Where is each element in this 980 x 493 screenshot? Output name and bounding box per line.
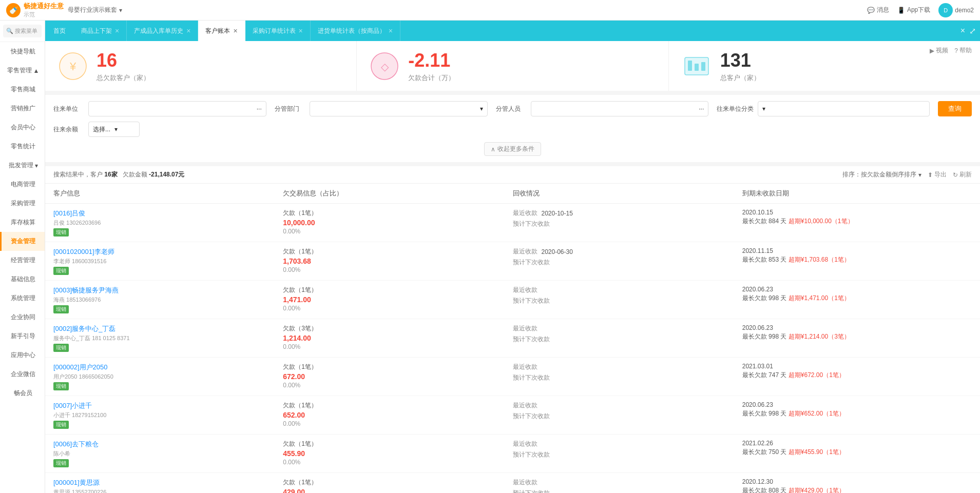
tab-close-icon[interactable]: × [115,27,119,34]
top-bar-right: 💬 消息 📱 App下载 D demo2 [867,3,974,17]
sort-chevron: ▾ [918,171,921,179]
manager-input[interactable]: ··· [531,101,709,116]
balance-label: 往来余额 [53,125,84,134]
sidebar-item-retail-mall[interactable]: 零售商城 [0,80,45,99]
sidebar-item-marketing[interactable]: 营销推广 [0,99,45,118]
refresh-button[interactable]: ↻ 刷新 [953,170,972,179]
export-button[interactable]: ⬆ 导出 [928,170,947,179]
close-all-tabs-button[interactable]: × [960,26,965,35]
sidebar-item-quick-nav[interactable]: 快捷导航 [0,42,45,61]
sidebar-search[interactable]: 🔍 搜索菜单 [0,21,45,42]
search-button[interactable]: 查询 [938,101,972,116]
sidebar-item-purchase[interactable]: 采购管理 [0,194,45,213]
export-label: 导出 [934,170,947,179]
results-info: 搜索结果中，客户 16家 欠款金额 -21,148.07元 [53,170,184,179]
tab-customer-account[interactable]: 客户账本 × [198,21,245,41]
tab-purchase-summary[interactable]: 采购订单统计表 × [245,21,311,41]
industry-selector[interactable]: 母婴行业演示账套 ▾ [68,6,122,14]
search-menu-button[interactable]: 🔍 搜索菜单 [3,25,42,37]
maximize-button[interactable]: ⤢ [969,26,976,36]
customer-name-link[interactable]: [0016]吕俊 [53,209,283,218]
last-collection-label: 最近收款 [513,209,537,218]
sidebar-item-batch-mgmt[interactable]: 批发管理 ▾ [0,156,45,175]
debt-count: 欠款（1笔） [283,286,512,294]
overdue-link[interactable]: 超期¥1,703.68（1笔） [789,256,850,263]
stat-top-actions: ▶ 视频 ? 帮助 [930,46,972,55]
sort-select[interactable]: 排序：按欠款金额倒序排序 ▾ [842,170,921,179]
tab-close-icon[interactable]: × [299,27,303,34]
overdue-link[interactable]: 超期¥10,000.00（1笔） [789,218,854,225]
user-menu[interactable]: D demo2 [938,3,974,17]
overdue-link[interactable]: 超期¥1,214.00（3笔） [789,333,850,340]
app-download-button[interactable]: 📱 App下载 [897,6,930,14]
last-collection-label: 最近收款 [513,324,537,333]
last-collection-label: 最近收款 [513,401,537,410]
overdue-link[interactable]: 超期¥455.90（1笔） [789,448,845,456]
sidebar-item-ecommerce[interactable]: 电商管理 [0,175,45,194]
unit-category-select[interactable]: ▾ [758,101,930,116]
svg-rect-7 [701,62,705,71]
sidebar-item-capital[interactable]: 资金管理 [0,232,45,251]
sidebar-item-basic-info[interactable]: 基础信息 [0,270,45,289]
debt-percent: 0.00% [283,459,512,466]
dept-label: 分管部门 [275,105,305,113]
last-collection-row: 最近收款 [513,363,742,371]
message-button[interactable]: 💬 消息 [867,6,889,14]
customer-name-link[interactable]: [0003]畅捷服务尹海燕 [53,286,283,295]
sidebar-item-enterprise[interactable]: 企业协同 [0,308,45,327]
video-icon: ▶ [930,47,934,54]
sidebar-item-member[interactable]: 会员中心 [0,118,45,137]
customer-name-link[interactable]: [0002]服务中心_丁磊 [53,324,283,333]
sidebar-item-retail-mgmt[interactable]: 零售管理 ▲ [0,61,45,80]
sidebar-item-sys-mgmt[interactable]: 系统管理 [0,289,45,308]
collapse-button[interactable]: ∧ 收起更多条件 [484,142,541,156]
last-collection-row: 最近收款 [513,401,742,410]
next-collection: 预计下次收款 [513,373,742,382]
balance-select[interactable]: 选择... ▾ [88,122,140,137]
tab-close-icon[interactable]: × [186,27,190,34]
tab-home[interactable]: 首页 [45,21,74,41]
help-link[interactable]: ? 帮助 [954,46,972,55]
next-collection: 预计下次收款 [513,258,742,267]
customer-phone: 陈小希 [53,450,283,458]
tab-product-offshelf[interactable]: 商品上下架 × [74,21,127,41]
export-icon: ⬆ [928,171,933,179]
stats-row: ¥ 16 总欠款客户（家） ◇ [45,41,980,91]
overdue-info-cell: 2020.06.23 最长欠款 998 天 超期¥1,214.00（3笔） [742,324,972,352]
source-unit-input[interactable]: ··· [88,101,266,116]
sidebar-item-retail-stats[interactable]: 零售统计 [0,137,45,156]
customer-name-link[interactable]: [0001020001]李老师 [53,247,283,257]
customer-name-link[interactable]: [0006]去下粮仓 [53,440,283,449]
sidebar-item-ops[interactable]: 经营管理 [0,251,45,270]
tab-inbound-stats[interactable]: 进货单统计表（按商品） × [311,21,400,41]
overdue-date: 2020.12.30 [742,478,972,485]
debt-amount: 652.00 [283,411,512,419]
sidebar-item-inventory[interactable]: 库存核算 [0,213,45,232]
tab-close-icon[interactable]: × [389,27,393,34]
sidebar-item-label: 企业微信 [11,370,35,378]
customer-name-link[interactable]: [000002]用户2050 [53,363,283,372]
overdue-link[interactable]: 超期¥652.00（1笔） [789,410,845,417]
svg-rect-5 [688,61,692,71]
overdue-detail: 最长欠款 998 天 超期¥652.00（1笔） [742,409,972,418]
stat-number-debt-total: -2.11 [408,49,656,71]
sidebar-item-free-member[interactable]: 畅会员 [0,384,45,403]
tab-product-inbound[interactable]: 产成品入库单历史 × [127,21,198,41]
dept-select[interactable]: ▾ [310,101,488,116]
overdue-link[interactable]: 超期¥429.00（1笔） [789,487,845,493]
customer-name-link[interactable]: [000001]黄思源 [53,478,283,487]
overdue-link[interactable]: 超期¥672.00（1笔） [789,371,845,379]
balance-chevron: ▾ [114,126,118,133]
sidebar-item-app-center[interactable]: 应用中心 [0,346,45,365]
video-link[interactable]: ▶ 视频 [930,46,948,55]
sidebar-item-enterprise-wx[interactable]: 企业微信 [0,365,45,384]
filter-balance-field: 往来余额 选择... ▾ [53,122,140,137]
table-row: [0006]去下粮仓 陈小希 现销 欠款（1笔） 455.90 0.00% 最近… [45,435,980,473]
svg-text:¥: ¥ [69,60,76,73]
tab-close-icon[interactable]: × [233,27,237,34]
overdue-link[interactable]: 超期¥1,471.00（1笔） [789,294,850,302]
sidebar-item-new-guide[interactable]: 新手引导 [0,327,45,346]
manager-dots: ··· [699,105,704,112]
customer-name-link[interactable]: [0007]小进千 [53,401,283,410]
refresh-label: 刷新 [959,170,972,179]
